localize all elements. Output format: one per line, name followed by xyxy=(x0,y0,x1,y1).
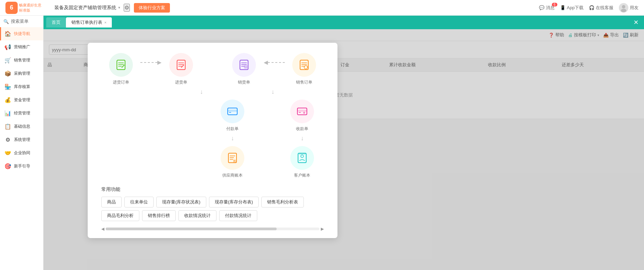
phone-icon: 📱 xyxy=(560,5,565,10)
app-wrapper: 6 畅康通好生意 标准版 装备及固定资产辅助管理系统 ▾ ⚙ 体验行业方案 💬 … xyxy=(0,0,644,270)
scroll-right-icon[interactable]: ▶ xyxy=(321,227,324,231)
inventory-icon: 🏪 xyxy=(4,84,11,90)
sidebar-item-marketing[interactable]: 📢 营销推广 xyxy=(0,40,43,54)
finance-icon: 💰 xyxy=(4,97,11,103)
flow-down-arrows-row-2: ↓ ↓ xyxy=(101,135,324,141)
tab-close-all-button[interactable]: ✕ xyxy=(631,19,641,26)
node-sales-order[interactable]: 销售订单 xyxy=(285,53,324,85)
system-title: 装备及固定资产辅助管理系统 ▾ ⚙ 体验行业方案 xyxy=(49,3,539,13)
node-payment-bill[interactable]: 付款单 xyxy=(211,100,254,132)
node-sales-bill[interactable]: 销货单 xyxy=(225,53,264,85)
scrollbar-thumb xyxy=(106,228,277,230)
app-logo-icon: 6 xyxy=(5,2,18,14)
node-customer-account[interactable]: 客户账本 xyxy=(281,146,324,178)
arrow-2: ◀ xyxy=(264,59,285,79)
receipt-bill-circle xyxy=(290,100,314,123)
sidebar-item-guide[interactable]: 🎯 新手引导 xyxy=(0,160,43,173)
enterprise-icon: 🤝 xyxy=(4,150,11,156)
flow-diagram: 进货订单 ▶ xyxy=(101,53,324,178)
marketing-icon: 📢 xyxy=(4,44,11,50)
common-btn-stock-dist[interactable]: 现存量(库存分布表) xyxy=(209,197,259,208)
scrollbar-track[interactable] xyxy=(106,228,319,230)
flow-down-arrows-row: ↓ ↓ xyxy=(101,89,324,95)
message-icon: 💬 xyxy=(539,5,544,10)
user-area[interactable]: 用友 xyxy=(619,3,639,13)
message-button[interactable]: 💬 消息 6 xyxy=(539,5,555,11)
common-btn-goods-margin[interactable]: 商品毛利分析 xyxy=(101,210,139,221)
flow-row-3: 账 供应商账本 xyxy=(101,146,324,178)
common-btn-goods[interactable]: 商品 xyxy=(101,197,122,208)
operation-icon: 📊 xyxy=(4,110,11,116)
main-area: 🔍 搜索菜单 🏠 快捷导航 📢 营销推广 🛒 销售管理 📦 采购管理 🏪 xyxy=(0,16,644,270)
common-btn-payment-stats[interactable]: 付款情况统计 xyxy=(219,210,257,221)
flow-row-1: 进货订单 ▶ xyxy=(101,53,324,85)
sidebar-item-system[interactable]: ⚙ 系统管理 xyxy=(0,133,43,146)
common-btn-receipt-stats[interactable]: 收款情况统计 xyxy=(178,210,216,221)
tab-home[interactable]: 首页 xyxy=(46,17,66,28)
common-btn-sales-margin[interactable]: 销售毛利分析表 xyxy=(261,197,304,208)
basic-info-icon: 📋 xyxy=(4,123,11,130)
supplier-account-circle: 账 xyxy=(221,146,244,170)
sidebar-item-basic-info[interactable]: 📋 基础信息 xyxy=(0,120,43,133)
logo-text: 畅康通好生意 标准版 xyxy=(19,3,41,13)
purchase-bill-circle xyxy=(169,53,193,77)
common-functions-title: 常用功能 xyxy=(101,186,324,193)
tab-sales-order[interactable]: 销售订单执行表 × xyxy=(66,17,112,28)
tab-close-icon[interactable]: × xyxy=(104,20,106,24)
common-btn-clients[interactable]: 往来单位 xyxy=(124,197,154,208)
svg-rect-14 xyxy=(244,65,247,69)
svg-point-33 xyxy=(301,155,303,158)
logo-area: 6 畅康通好生意 标准版 xyxy=(5,2,49,14)
svg-rect-34 xyxy=(299,153,306,155)
tab-bar: 首页 销售订单执行表 × ✕ xyxy=(43,16,644,29)
service-icon: 🎧 xyxy=(589,5,594,10)
node-receipt-bill[interactable]: 收款单 xyxy=(281,100,324,132)
sales-bill-circle xyxy=(232,53,256,77)
search-menu-button[interactable]: 🔍 搜索菜单 xyxy=(0,16,43,27)
home-icon: 🏠 xyxy=(4,31,11,37)
sidebar-item-sales[interactable]: 🛒 销售管理 xyxy=(0,54,43,67)
top-right-area: 💬 消息 6 📱 App下载 🎧 在线客服 用友 xyxy=(539,3,639,13)
scroll-left-icon[interactable]: ◀ xyxy=(101,227,104,231)
sidebar-item-inventory[interactable]: 🏪 库存核算 xyxy=(0,80,43,93)
sidebar-item-finance[interactable]: 💰 资金管理 xyxy=(0,93,43,107)
svg-point-1 xyxy=(621,9,626,12)
sales-icon: 🛒 xyxy=(4,57,11,64)
guide-icon: 🎯 xyxy=(4,163,11,169)
svg-point-19 xyxy=(304,66,308,69)
experience-button[interactable]: 体验行业方案 xyxy=(134,3,170,13)
node-supplier-account[interactable]: 账 供应商账本 xyxy=(211,146,254,178)
customer-account-circle xyxy=(290,146,314,170)
svg-rect-24 xyxy=(297,110,307,112)
top-bar: 6 畅康通好生意 标准版 装备及固定资产辅助管理系统 ▾ ⚙ 体验行业方案 💬 … xyxy=(0,0,644,16)
svg-text:账: 账 xyxy=(233,159,236,163)
sidebar: 🔍 搜索菜单 🏠 快捷导航 📢 营销推广 🛒 销售管理 📦 采购管理 🏪 xyxy=(0,16,43,270)
svg-point-0 xyxy=(622,5,625,8)
sidebar-item-quick-nav[interactable]: 🏠 快捷导航 xyxy=(0,27,43,40)
arrow-1: ▶ xyxy=(140,59,161,79)
sidebar-item-purchase[interactable]: 📦 采购管理 xyxy=(0,67,43,80)
sidebar-item-enterprise[interactable]: 🤝 企业协同 xyxy=(0,146,43,160)
app-download-button[interactable]: 📱 App下载 xyxy=(560,5,584,11)
common-btn-stock-status[interactable]: 现存量(库存状况表) xyxy=(156,197,206,208)
node-purchase-order[interactable]: 进货订单 xyxy=(101,53,140,85)
content-area: 首页 销售订单执行表 × ✕ ❓ 帮助 🖨 xyxy=(43,16,644,270)
sidebar-item-operation[interactable]: 📊 经营管理 xyxy=(0,107,43,120)
svg-rect-32 xyxy=(298,153,306,163)
common-buttons-area: 商品 往来单位 现存量(库存状况表) 现存量(库存分布表) 销售毛利分析表 商品… xyxy=(101,197,324,221)
svg-rect-6 xyxy=(177,60,185,70)
settings-button[interactable]: ⚙ xyxy=(124,4,130,12)
title-dropdown-icon[interactable]: ▾ xyxy=(118,5,120,10)
online-service-button[interactable]: 🎧 在线客服 xyxy=(589,5,613,11)
main-content: ❓ 帮助 🖨 按模板打印 ▾ 📤 导出 🔄 刷新 xyxy=(43,29,644,270)
node-purchase-bill[interactable]: 进货单 xyxy=(161,53,201,85)
svg-rect-21 xyxy=(228,110,237,112)
svg-point-26 xyxy=(303,112,305,114)
purchase-icon: 📦 xyxy=(4,70,11,77)
sales-order-circle xyxy=(292,53,316,77)
system-icon: ⚙ xyxy=(4,137,11,143)
search-icon: 🔍 xyxy=(3,19,9,24)
svg-rect-2 xyxy=(117,60,125,70)
user-avatar xyxy=(619,3,628,13)
common-btn-sales-rank[interactable]: 销售排行榜 xyxy=(142,210,176,221)
